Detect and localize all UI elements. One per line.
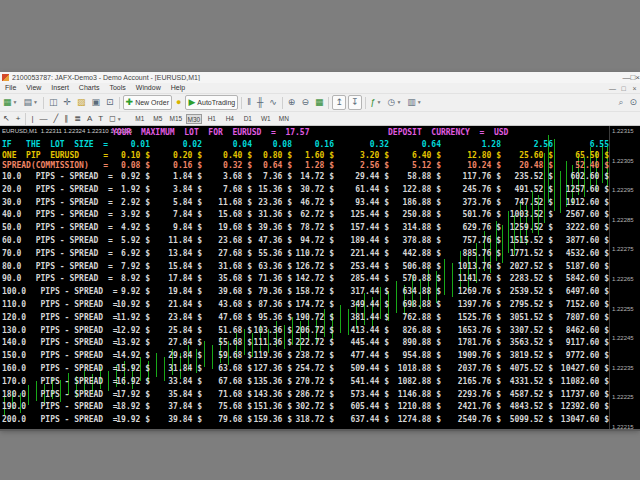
menu-item-insert[interactable]: Insert (46, 83, 74, 93)
child-close-button[interactable]: × (629, 85, 640, 92)
profiles-button[interactable]: ▤▼ (21, 96, 39, 109)
cell: 58.88 $ (389, 172, 441, 181)
indicators-button[interactable]: ƒ▼ (369, 96, 384, 109)
chart-window-icon[interactable]: ◫ (47, 96, 60, 109)
pips-row-60.0-label: 60.0 PIPS - SPREAD = (2, 236, 114, 245)
cell: 1269.76 $ (441, 287, 501, 296)
pips-row-120.0-label: 120.0 PIPS - SPREAD = (2, 313, 114, 322)
cell: 47.36 $ (252, 236, 292, 245)
shapes-button[interactable]: ◻▼ (107, 114, 124, 124)
cell: 573.44 $ (334, 390, 389, 399)
cell: 3877.60 $ (553, 236, 609, 245)
timeframe-h1[interactable]: H1 (204, 114, 220, 124)
menu-item-help[interactable]: Help (166, 83, 190, 93)
arrange-down-button[interactable]: ↧ (348, 95, 362, 110)
menu-item-tools[interactable]: Tools (104, 83, 130, 93)
cell: 78.72 $ (292, 223, 334, 232)
cell: 286.72 $ (292, 390, 334, 399)
cell: 381.44 $ (334, 313, 389, 322)
community-icon[interactable]: ⊙ (627, 96, 639, 109)
fibonacci-button[interactable]: ≣ (72, 114, 83, 124)
timeframe-d1[interactable]: D1 (240, 114, 256, 124)
dropdown-caret-icon: ▼ (396, 96, 401, 109)
menu-item-view[interactable]: View (21, 83, 46, 93)
new-order-button[interactable]: ✚New Order (123, 95, 172, 110)
crosshair-tool-button[interactable]: + (14, 114, 23, 124)
cell: 25.60 $ (501, 151, 553, 160)
pips-row-100.0-label: 100.0 PIPS - SPREAD = (2, 287, 114, 296)
child-restore-button[interactable]: □ (618, 85, 629, 92)
autotrading-button[interactable]: ▶AutoTrading (185, 95, 238, 110)
window-title: 2100053787: JAFX-Demo3 - Demo Account - … (12, 74, 622, 81)
chart-area[interactable]: 1.223151.223051.222951.222851.222751.222… (0, 126, 640, 431)
title-bar[interactable]: 2100053787: JAFX-Demo3 - Demo Account - … (0, 72, 640, 83)
cell: 67.68 $ (202, 377, 252, 386)
pips-row-80.0-label: 80.0 PIPS - SPREAD = (2, 262, 114, 271)
periods-button[interactable]: ◷▼ (386, 96, 404, 109)
price-axis[interactable]: 1.223151.223051.222951.222851.222751.222… (609, 126, 640, 429)
timeframe-m1[interactable]: M1 (132, 114, 148, 124)
timeframe-m15[interactable]: M15 (168, 114, 184, 124)
cell: 29.84 $ (150, 351, 202, 360)
bar-chart-button[interactable]: ‖ (245, 96, 253, 109)
cell: 3.68 $ (202, 172, 252, 181)
cell: 94.72 $ (292, 236, 334, 245)
pips-row-170.0-label: 170.0 PIPS - SPREAD = (2, 377, 114, 386)
cell: 570.88 $ (389, 274, 441, 283)
channel-button[interactable]: ∥ (62, 114, 70, 124)
cell: 0.20 $ (150, 151, 202, 160)
line-chart-button[interactable]: ∿ (267, 96, 279, 109)
menu-item-file[interactable]: File (0, 83, 21, 93)
vertical-line-button[interactable]: | (29, 114, 35, 124)
cell: 445.44 $ (334, 338, 389, 347)
cell: 4075.52 $ (501, 364, 553, 373)
templates-button[interactable]: ▥▼ (405, 96, 423, 109)
horizontal-line-button[interactable]: — (37, 114, 49, 124)
cell: 3051.52 $ (501, 313, 553, 322)
cell: 5099.52 $ (501, 415, 553, 424)
cell: 43.68 $ (202, 300, 252, 309)
cell: 35.84 $ (150, 390, 202, 399)
open-folder-icon[interactable]: ▨ (75, 96, 88, 109)
timeframe-mn[interactable]: MN (276, 114, 292, 124)
cell: 62.72 $ (292, 210, 334, 219)
pips-row-10.0-label: 10.0 PIPS - SPREAD = (2, 172, 114, 181)
pips-row-40.0-label: 40.0 PIPS - SPREAD = (2, 210, 114, 219)
menu-item-window[interactable]: Window (131, 83, 166, 93)
child-minimize-button[interactable]: — (607, 85, 618, 92)
cell: 9.84 $ (150, 223, 202, 232)
text-tool-button[interactable]: A (85, 114, 94, 124)
tile-windows-icon[interactable]: ▣ (90, 96, 103, 109)
cell: 757.76 $ (441, 236, 501, 245)
cell: 23.68 $ (202, 236, 252, 245)
cell: 65.50 $ (553, 151, 609, 160)
timeframe-m5[interactable]: M5 (150, 114, 166, 124)
label-tool-button[interactable]: T (96, 114, 105, 124)
close-button[interactable]: × (635, 73, 640, 82)
pips-row-160.0: 160.0 PIPS - SPREAD =15.92 $31.84 $63.68… (2, 364, 609, 373)
cell: 33.84 $ (150, 377, 202, 386)
pips-row-190.0-label: 190.0 PIPS - SPREAD = (2, 402, 114, 411)
cell: 2.56 $ (334, 161, 389, 170)
cursor-sync-icon[interactable]: ✛ (61, 96, 73, 109)
arrange-up-button[interactable]: ↥ (332, 95, 346, 110)
timeframe-w1[interactable]: W1 (258, 114, 274, 124)
cell: 39.84 $ (150, 415, 202, 424)
cell: 1.60 $ (292, 151, 334, 160)
menu-item-charts[interactable]: Charts (74, 83, 105, 93)
search-icon[interactable]: ⌕ (616, 96, 625, 109)
dropdown-caret-icon: ▼ (33, 96, 38, 109)
expert-advisors-icon[interactable]: ● (174, 96, 183, 109)
timeframe-m30[interactable]: M30 (186, 114, 202, 124)
market-watch-grid-button[interactable]: ▦ (313, 96, 326, 109)
cell: 9772.60 $ (553, 351, 609, 360)
cursor-tool-button[interactable]: ↖ (1, 114, 12, 124)
data-window-icon[interactable]: ⊡ (104, 96, 116, 109)
new-chart-button[interactable]: ▦▼ (1, 96, 19, 109)
trendline-button[interactable]: ╱ (51, 114, 60, 124)
timeframe-h4[interactable]: H4 (222, 114, 238, 124)
zoom-out-button[interactable]: ⊖ (299, 96, 311, 109)
pips-row-70.0: 70.0 PIPS - SPREAD =6.92 $13.84 $27.68 $… (2, 249, 609, 258)
candlestick-chart-button[interactable]: ╫ (255, 96, 265, 109)
zoom-in-button[interactable]: ⊕ (286, 96, 298, 109)
